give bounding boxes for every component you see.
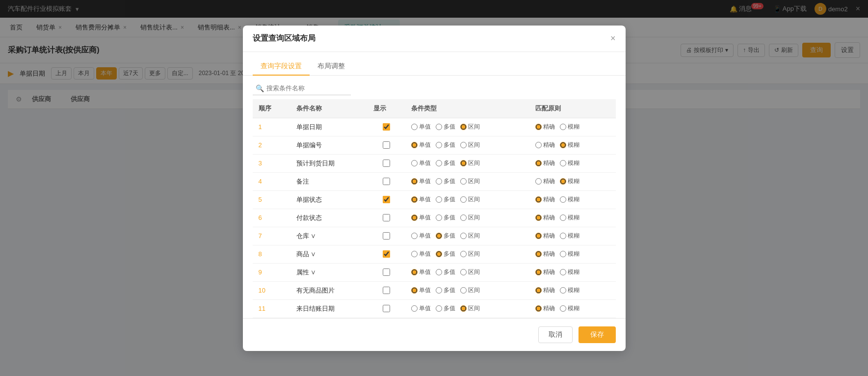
rule-radio-input[interactable] <box>560 160 566 166</box>
type-radio-item[interactable]: 区间 <box>460 232 480 240</box>
type-radio-input[interactable] <box>411 160 418 166</box>
rule-radio-input[interactable] <box>560 215 566 221</box>
rule-radio-input[interactable] <box>535 178 542 185</box>
rule-radio-input[interactable] <box>560 124 566 130</box>
type-radio-input[interactable] <box>411 215 418 221</box>
type-radio-input[interactable] <box>411 142 418 148</box>
rule-radio-item[interactable]: 模糊 <box>560 195 579 204</box>
rule-radio-item[interactable]: 模糊 <box>560 250 579 258</box>
type-radio-item[interactable]: 单值 <box>411 232 431 240</box>
type-radio-item[interactable]: 单值 <box>411 268 431 276</box>
type-radio-input[interactable] <box>460 178 467 185</box>
type-radio-item[interactable]: 区间 <box>460 268 480 276</box>
rule-radio-input[interactable] <box>560 142 566 148</box>
type-radio-input[interactable] <box>460 215 467 221</box>
type-radio-input[interactable] <box>411 233 418 239</box>
type-radio-item[interactable]: 区间 <box>460 177 480 186</box>
rule-radio-item[interactable]: 模糊 <box>560 123 579 131</box>
type-radio-item[interactable]: 多值 <box>436 141 455 149</box>
type-radio-item[interactable]: 区间 <box>460 195 480 204</box>
type-radio-item[interactable]: 多值 <box>436 177 455 186</box>
type-radio-item[interactable]: 区间 <box>460 159 480 167</box>
display-checkbox[interactable] <box>383 269 390 276</box>
type-radio-item[interactable]: 多值 <box>436 123 455 131</box>
type-radio-item[interactable]: 单值 <box>411 250 431 258</box>
rule-radio-item[interactable]: 精确 <box>535 177 555 186</box>
display-checkbox[interactable] <box>383 250 390 258</box>
type-radio-input[interactable] <box>411 251 418 257</box>
display-checkbox[interactable] <box>383 123 390 131</box>
rule-radio-input[interactable] <box>535 124 542 130</box>
rule-radio-input[interactable] <box>535 196 542 203</box>
display-checkbox[interactable] <box>383 232 390 240</box>
type-radio-item[interactable]: 单值 <box>411 214 431 222</box>
type-radio-item[interactable]: 区间 <box>460 214 480 222</box>
type-radio-item[interactable]: 多值 <box>436 159 455 167</box>
type-radio-item[interactable]: 多值 <box>436 214 455 222</box>
type-radio-item[interactable]: 多值 <box>436 195 455 204</box>
type-radio-input[interactable] <box>460 251 467 257</box>
rule-radio-item[interactable]: 精确 <box>535 159 555 167</box>
type-radio-item[interactable]: 多值 <box>436 268 455 276</box>
display-checkbox[interactable] <box>383 196 390 203</box>
type-radio-item[interactable]: 区间 <box>460 123 480 131</box>
rule-radio-item[interactable]: 精确 <box>535 123 555 131</box>
rule-radio-item[interactable]: 精确 <box>535 232 555 240</box>
type-radio-input[interactable] <box>411 124 418 130</box>
dialog-tab-layout[interactable]: 布局调整 <box>310 58 353 76</box>
dialog-tab-fields[interactable]: 查询字段设置 <box>253 58 310 76</box>
rule-radio-input[interactable] <box>535 215 542 221</box>
rule-radio-item[interactable]: 精确 <box>535 250 555 258</box>
display-checkbox[interactable] <box>383 141 390 149</box>
type-radio-input[interactable] <box>460 142 467 148</box>
rule-radio-item[interactable]: 模糊 <box>560 177 579 186</box>
type-radio-input[interactable] <box>436 196 442 203</box>
type-radio-item[interactable]: 区间 <box>460 250 480 258</box>
type-radio-item[interactable]: 单值 <box>411 195 431 204</box>
rule-radio-input[interactable] <box>535 233 542 239</box>
rule-radio-item[interactable]: 模糊 <box>560 232 579 240</box>
type-radio-item[interactable]: 单值 <box>411 123 431 131</box>
type-radio-input[interactable] <box>460 233 467 239</box>
rule-radio-input[interactable] <box>535 160 542 166</box>
type-radio-input[interactable] <box>436 269 442 275</box>
rule-radio-input[interactable] <box>560 196 566 203</box>
type-radio-input[interactable] <box>460 269 467 275</box>
dialog-close-button[interactable]: × <box>610 33 616 44</box>
type-radio-input[interactable] <box>460 160 467 166</box>
type-radio-input[interactable] <box>436 124 442 130</box>
display-checkbox[interactable] <box>383 214 390 221</box>
rule-radio-input[interactable] <box>535 142 542 148</box>
type-radio-input[interactable] <box>460 124 467 130</box>
rule-radio-input[interactable] <box>560 178 566 185</box>
rule-radio-input[interactable] <box>560 269 566 275</box>
type-radio-input[interactable] <box>411 269 418 275</box>
rule-radio-input[interactable] <box>560 251 566 257</box>
type-radio-item[interactable]: 单值 <box>411 159 431 167</box>
type-radio-input[interactable] <box>411 196 418 203</box>
rule-radio-item[interactable]: 模糊 <box>560 268 579 276</box>
type-radio-input[interactable] <box>436 215 442 221</box>
type-radio-input[interactable] <box>460 196 467 203</box>
type-radio-input[interactable] <box>436 142 442 148</box>
type-radio-item[interactable]: 区间 <box>460 141 480 149</box>
type-radio-item[interactable]: 单值 <box>411 141 431 149</box>
rule-radio-input[interactable] <box>535 269 542 275</box>
rule-radio-item[interactable]: 精确 <box>535 268 555 276</box>
rule-radio-item[interactable]: 精确 <box>535 195 555 204</box>
type-radio-input[interactable] <box>436 178 442 185</box>
type-radio-input[interactable] <box>436 233 442 239</box>
display-checkbox[interactable] <box>383 160 390 167</box>
search-input[interactable] <box>253 81 351 95</box>
rule-radio-item[interactable]: 精确 <box>535 214 555 222</box>
rule-radio-input[interactable] <box>560 233 566 239</box>
type-radio-input[interactable] <box>411 178 418 185</box>
rule-radio-item[interactable]: 精确 <box>535 141 555 149</box>
rule-radio-item[interactable]: 模糊 <box>560 141 579 149</box>
rule-radio-item[interactable]: 模糊 <box>560 159 579 167</box>
rule-radio-item[interactable]: 模糊 <box>560 214 579 222</box>
display-checkbox[interactable] <box>383 178 390 185</box>
type-radio-item[interactable]: 多值 <box>436 250 455 258</box>
type-radio-input[interactable] <box>436 160 442 166</box>
rule-radio-input[interactable] <box>535 251 542 257</box>
